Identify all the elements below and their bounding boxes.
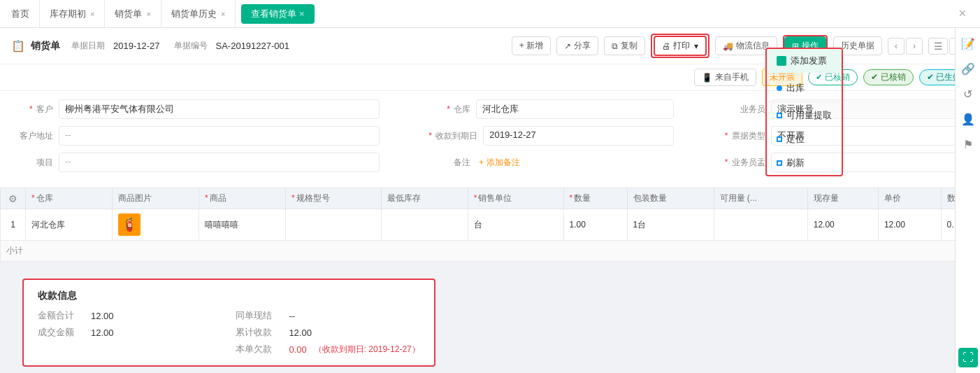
row-product[interactable]: 嘻嘻嘻嘻	[199, 209, 286, 241]
ticket-type-field: * 票据类型 不开票	[723, 126, 969, 146]
share-button[interactable]: ↗ 分享	[556, 36, 598, 55]
date-label: 单据日期	[71, 40, 105, 52]
project-value[interactable]: --	[59, 153, 380, 172]
copy-button[interactable]: ⧉ 复制	[604, 36, 645, 55]
from-phone-label: 来自手机	[715, 71, 749, 83]
payment-red-box: 收款信息 金额合计 12.00 同单现结 -- 成交金额 12.00 累计收款 …	[22, 279, 435, 367]
customer-value[interactable]: 柳州粤港平安气体有限公司	[59, 99, 380, 119]
row-unit-price[interactable]: 12.00	[878, 209, 941, 241]
table-section: ⚙ *仓库 商品图片 *商品 *规格型号 最低库存 *销售单位	[0, 188, 980, 262]
col-spec: *规格型号	[286, 188, 382, 209]
list-view-btn[interactable]: ☰	[928, 38, 948, 55]
sales-order-tab-close[interactable]: ×	[146, 10, 150, 18]
sold-label: 已核销	[881, 72, 906, 82]
menu-divider-1	[767, 74, 842, 75]
sidebar-link-icon[interactable]: 🔗	[958, 59, 978, 78]
row-warehouse[interactable]: 河北仓库	[26, 209, 113, 241]
deal-label: 成交金额	[38, 326, 87, 339]
tab-sales-order[interactable]: 销货单 ×	[105, 0, 161, 28]
copy-label: 复制	[621, 40, 637, 52]
salesperson-label: 业务员	[723, 104, 765, 115]
payment-section: 收款信息 金额合计 12.00 同单现结 -- 成交金额 12.00 累计收款 …	[0, 262, 980, 373]
project-field: 项目 --	[11, 153, 380, 172]
prev-arrow[interactable]: ‹	[888, 38, 905, 55]
refresh-item[interactable]: 刷新	[767, 151, 842, 175]
due-date-label: * 收款到期日	[428, 130, 477, 142]
print-label: 打印	[673, 40, 690, 52]
tab-inventory[interactable]: 库存期初 ×	[40, 0, 105, 28]
copy-icon: ⧉	[612, 41, 618, 51]
sidebar-refresh-icon[interactable]: ↺	[958, 84, 978, 104]
row-pack-qty[interactable]: 1台	[627, 209, 714, 241]
home-tab-label: 首页	[11, 8, 29, 20]
new-button[interactable]: + 新增	[512, 36, 551, 55]
sidebar-expand-icon[interactable]: ⛶	[958, 348, 978, 367]
due-date-value[interactable]: 2019-12-27	[483, 126, 674, 146]
row-quantity[interactable]: 1.00	[563, 209, 627, 241]
deal-value: 12.00	[91, 328, 114, 338]
inventory-tab-close[interactable]: ×	[90, 10, 94, 18]
ops-dropdown-menu: 添加发票 出库 可用量提取 定位 刷新	[765, 48, 843, 176]
payment-received-row: 累计收款 12.00	[236, 326, 419, 339]
outbound-item[interactable]: 出库	[767, 76, 842, 100]
payment-grid: 金额合计 12.00 同单现结 -- 成交金额 12.00 累计收款 12.00	[38, 309, 420, 356]
warehouse-value[interactable]: 河北仓库	[476, 99, 674, 119]
check-sales-tab-close[interactable]: ×	[299, 8, 305, 19]
owed-label: 本单欠款	[236, 343, 284, 356]
total-value: 12.00	[91, 311, 114, 321]
col-settings[interactable]: ⚙	[1, 188, 26, 209]
row-min-stock[interactable]	[381, 209, 468, 241]
doc-type-label: 销货单	[31, 40, 60, 52]
sidebar-user-icon[interactable]: 👤	[958, 109, 978, 129]
col-pack-qty: 包装数量	[627, 188, 714, 209]
product-image: 🧯	[118, 213, 140, 236]
col-sales-unit: *销售单位	[468, 188, 563, 209]
same-order-value: --	[289, 311, 295, 321]
outbound-icon	[777, 85, 782, 91]
refresh-label: 刷新	[786, 157, 805, 169]
tab-home[interactable]: 首页	[7, 0, 40, 28]
customer-label: * 客户	[11, 104, 53, 115]
row-sales-unit[interactable]: 台	[468, 209, 563, 241]
sold-check-icon: ✔	[871, 72, 880, 82]
owed-suffix: （收款到期日: 2019-12-27）	[314, 344, 420, 356]
received-label: 累计收款	[236, 326, 284, 339]
add-note-button[interactable]: + 添加备注	[479, 157, 519, 169]
address-value[interactable]: --	[59, 126, 380, 146]
right-sidebar: 📝 🔗 ↺ 👤 ⚑ ⛶	[955, 28, 980, 373]
outbound-label: 出库	[786, 82, 805, 94]
locate-item[interactable]: 定位	[767, 127, 842, 151]
subtotal-row: 小计	[1, 241, 980, 262]
sidebar-flag-icon[interactable]: ⚑	[958, 134, 978, 154]
window-close-btn[interactable]: ×	[958, 6, 973, 21]
row-spec[interactable]	[286, 209, 382, 241]
from-phone-btn[interactable]: 📱 来自手机	[694, 69, 756, 86]
row-stock[interactable]: 12.00	[807, 209, 878, 241]
warehouse-field: * 仓库 河北仓库	[428, 99, 674, 119]
col-product: *商品	[199, 188, 286, 209]
print-icon: 🖨	[662, 41, 670, 51]
sidebar-edit-icon[interactable]: 📝	[958, 34, 978, 53]
add-invoice-item[interactable]: 添加发票	[767, 49, 842, 73]
add-invoice-label: 添加发票	[791, 55, 827, 67]
print-highlight-box: 🖨 打印 ▾	[651, 34, 709, 58]
print-dropdown-arrow[interactable]: ▾	[694, 41, 698, 51]
col-unit-price: 单价	[878, 188, 941, 209]
number-value: SA-20191227-001	[216, 41, 290, 51]
row-available[interactable]	[714, 209, 807, 241]
sold-badge[interactable]: ✔ 已核销	[863, 69, 913, 85]
available-qty-label: 可用量提取	[786, 109, 832, 122]
subtotal-label: 小计	[1, 241, 980, 262]
warehouse-label: * 仓库	[428, 104, 470, 115]
tab-sales-history[interactable]: 销货单历史 ×	[161, 0, 236, 28]
inventory-tab-label: 库存期初	[50, 8, 86, 20]
same-order-label: 同单现结	[236, 309, 284, 322]
menu-divider-2	[767, 101, 842, 102]
tab-check-sales[interactable]: 查看销货单 ×	[241, 4, 314, 24]
sales-history-tab-close[interactable]: ×	[221, 10, 225, 18]
effective-check-icon: ✔	[927, 72, 936, 82]
next-arrow[interactable]: ›	[906, 38, 923, 55]
payment-owed-row: 本单欠款 0.00 （收款到期日: 2019-12-27）	[236, 343, 419, 356]
print-button[interactable]: 🖨 打印 ▾	[654, 36, 707, 56]
available-qty-item[interactable]: 可用量提取	[767, 104, 842, 127]
